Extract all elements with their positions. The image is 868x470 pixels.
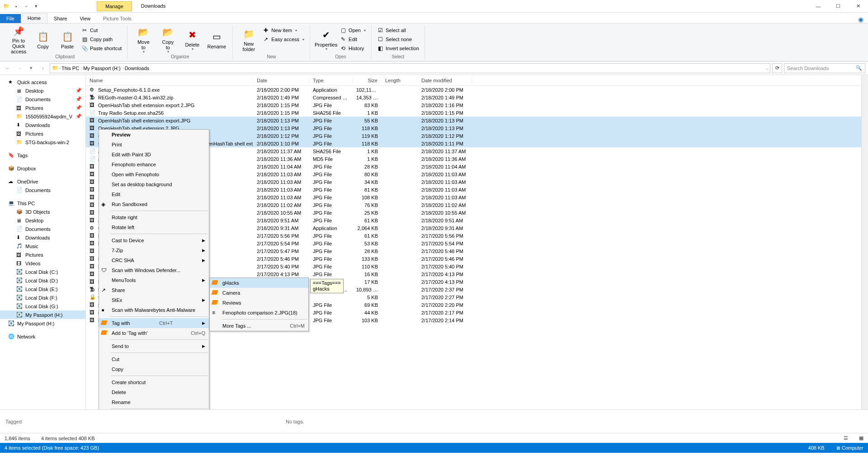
copy-path-button[interactable]: ▤Copy path xyxy=(80,35,123,43)
tab-view[interactable]: View xyxy=(73,14,97,23)
column-headers[interactable]: Name Date Type Size Length Date modified xyxy=(86,75,868,86)
help-icon[interactable]: ◉ xyxy=(858,16,868,23)
context-menu-item[interactable]: Create shortcut xyxy=(99,377,209,387)
tree-root[interactable]: ☁OneDrive xyxy=(0,177,85,186)
context-menu-item[interactable]: Delete xyxy=(99,387,209,397)
tree-item[interactable]: 📦3D Objects xyxy=(0,207,85,216)
edit-button[interactable]: ✎Edit xyxy=(338,35,368,43)
context-menu-item[interactable]: StEx▶ xyxy=(99,295,209,305)
tree-item[interactable]: 💽Local Disk (C:) xyxy=(0,268,85,276)
tree-item[interactable]: ⬇Downloads xyxy=(0,121,85,129)
tree-item[interactable]: 🖼Pictures xyxy=(0,129,85,138)
context-menu-item[interactable]: Cast to Device▶ xyxy=(99,235,209,245)
file-row[interactable]: 🖼OpenHashTab shell extension export.JPG2… xyxy=(86,117,868,124)
tree-item[interactable]: 📁1550595924wpdm_V📌 xyxy=(0,112,85,121)
back-button[interactable]: ← xyxy=(3,63,13,73)
minimize-button[interactable]: — xyxy=(808,0,828,13)
delete-button[interactable]: ✖Delete▾ xyxy=(180,25,204,54)
copy-to-button[interactable]: 📂Copy to▾ xyxy=(156,25,180,54)
move-to-button[interactable]: 📂Move to▾ xyxy=(131,25,156,54)
cut-button[interactable]: ✂Cut xyxy=(80,26,123,34)
tree-item[interactable]: 📄Documents📌 xyxy=(0,95,85,103)
vertical-scrollbar[interactable] xyxy=(861,75,868,409)
tree-item[interactable]: 🖥Desktop📌 xyxy=(0,86,85,95)
tree-item[interactable]: 💽My Passport (H:) xyxy=(0,310,85,319)
column-size[interactable]: Size xyxy=(353,78,382,83)
invert-selection-button[interactable]: ◧Invert selection xyxy=(375,44,421,52)
context-menu-item[interactable]: Set as desktop background xyxy=(99,179,209,189)
forward-button[interactable]: → xyxy=(14,63,24,73)
tab-picture-tools[interactable]: Picture Tools xyxy=(97,14,138,23)
paste-button[interactable]: 📋Paste xyxy=(55,25,80,54)
tab-share[interactable]: Share xyxy=(47,14,73,23)
context-menu-item[interactable]: gHacks xyxy=(210,278,308,288)
context-menu-item[interactable]: Cut xyxy=(99,354,209,364)
context-menu-item[interactable]: 🛡Scan with Windows Defender... xyxy=(99,265,209,275)
file-row[interactable]: 🖼OpenHashTab shell extension export 2.JP… xyxy=(86,101,868,109)
context-tab-manage[interactable]: Manage xyxy=(97,1,132,11)
breadcrumb-segment[interactable]: My Passport (H:)› xyxy=(83,66,124,71)
tree-item[interactable]: 📁STG-backups-win-2 xyxy=(0,138,85,146)
breadcrumb[interactable]: 📁 › This PC› My Passport (H:)› Downloads… xyxy=(50,63,770,73)
context-menu-item[interactable]: Send to▶ xyxy=(99,341,209,351)
context-menu-item[interactable]: 7-Zip▶ xyxy=(99,245,209,255)
context-menu-item[interactable]: Open with Fenophoto xyxy=(99,169,209,179)
column-type[interactable]: Type xyxy=(309,78,353,83)
search-input[interactable]: Search Downloads 🔍 xyxy=(784,63,865,73)
context-menu-item[interactable]: Tag withCtrl+T▶ xyxy=(99,318,209,328)
context-menu-item[interactable]: CRC SHA▶ xyxy=(99,255,209,265)
tree-item[interactable]: 🎵Music xyxy=(0,242,85,250)
tree-item[interactable]: 💽Local Disk (G:) xyxy=(0,302,85,310)
context-menu-item[interactable]: ◈Run Sandboxed xyxy=(99,199,209,209)
context-menu-item[interactable]: ≡Fenophoto comparison 2.JPG(18) xyxy=(210,308,308,318)
context-menu-item[interactable]: ↗Share xyxy=(99,285,209,295)
context-menu[interactable]: PreviewPrintEdit with Paint 3DFenophoto … xyxy=(99,129,209,409)
context-menu-item[interactable]: Camera xyxy=(210,288,308,298)
properties-button[interactable]: ✔Properties▾ xyxy=(314,25,338,54)
tree-root[interactable]: 🌐Network xyxy=(0,332,85,341)
column-length[interactable]: Length xyxy=(382,78,418,83)
tree-item[interactable]: 📄Documents xyxy=(0,225,85,233)
tab-file[interactable]: File xyxy=(0,14,21,23)
copy-button[interactable]: 📋Copy xyxy=(31,25,55,54)
tree-item[interactable]: 💽Local Disk (E:) xyxy=(0,285,85,293)
view-large-icons-icon[interactable]: ▦ xyxy=(859,435,863,441)
tree-item[interactable]: ⬇Downloads xyxy=(0,233,85,242)
qat-properties-icon[interactable]: ▪ xyxy=(13,3,20,10)
context-menu-item[interactable]: Rename xyxy=(99,397,209,407)
context-menu-item[interactable]: Edit xyxy=(99,189,209,199)
breadcrumb-chevron-icon[interactable]: ⌵ xyxy=(766,66,768,70)
context-menu-item[interactable]: Fenophoto enhance xyxy=(99,160,209,169)
context-menu-item[interactable]: Rotate right xyxy=(99,212,209,222)
navigation-pane[interactable]: ★Quick access🖥Desktop📌📄Documents📌🖼Pictur… xyxy=(0,75,86,409)
breadcrumb-segment[interactable]: This PC› xyxy=(61,66,82,71)
tab-home[interactable]: Home xyxy=(21,13,47,23)
system-menu-icon[interactable]: 📁 xyxy=(3,3,10,10)
context-menu-item[interactable]: Add to 'Tag with'Ctrl+Q xyxy=(99,328,209,338)
file-row[interactable]: ⚙Setup_Fenophoto-6.1.0.exe2/18/2020 2:00… xyxy=(86,86,868,94)
recent-dropdown-icon[interactable]: ▾ xyxy=(26,63,36,73)
close-button[interactable]: ✕ xyxy=(848,0,868,13)
tree-root[interactable]: ★Quick access xyxy=(0,78,85,86)
select-none-button[interactable]: ☐Select none xyxy=(375,35,421,43)
tree-item[interactable]: 💽Local Disk (D:) xyxy=(0,276,85,285)
column-date[interactable]: Date xyxy=(253,78,309,83)
context-menu-item[interactable]: Print xyxy=(99,140,209,150)
new-item-button[interactable]: ✚New item▾ xyxy=(261,26,306,34)
rename-button[interactable]: ▭Rename xyxy=(204,25,229,54)
context-menu-item[interactable]: Edit with Paint 3D xyxy=(99,150,209,160)
tree-item[interactable]: 🖼Pictures📌 xyxy=(0,103,85,112)
select-all-button[interactable]: ☑Select all xyxy=(375,26,421,34)
easy-access-button[interactable]: ↗Easy access▾ xyxy=(261,35,306,43)
file-row[interactable]: 📄Tray Radio Setup.exe.sha2562/18/2020 1:… xyxy=(86,109,868,117)
up-button[interactable]: ↑ xyxy=(38,63,48,73)
qat-dropdown-icon[interactable]: ▾ xyxy=(33,3,40,10)
breadcrumb-segment[interactable]: Downloads xyxy=(125,66,149,71)
tree-root[interactable]: 💽My Passport (H:) xyxy=(0,319,85,328)
tree-item[interactable]: 🖼Pictures xyxy=(0,250,85,259)
maximize-button[interactable]: ☐ xyxy=(828,0,848,13)
context-menu-item[interactable]: MenuTools▶ xyxy=(99,275,209,285)
context-submenu-tag-with[interactable]: gHacksCameraReviews≡Fenophoto comparison… xyxy=(209,277,309,331)
tree-item[interactable]: 📄Documents xyxy=(0,186,85,194)
qat-newfolder-icon[interactable]: ▫ xyxy=(23,3,30,10)
